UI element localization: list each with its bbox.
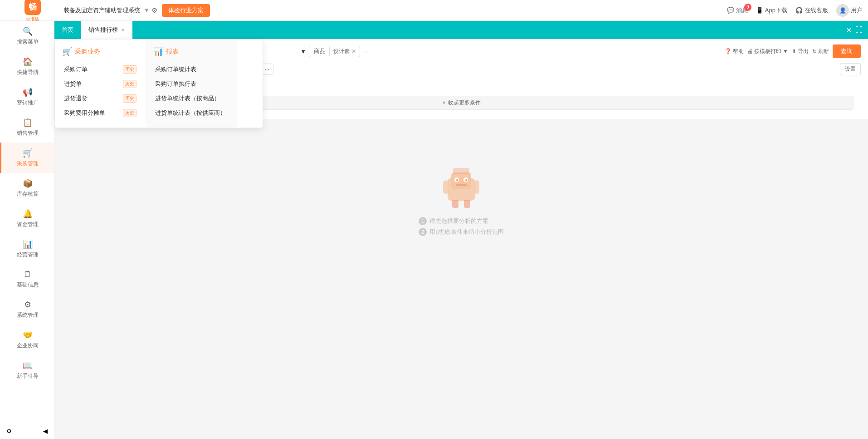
tab-sales-rank-label: 销售排行榜: [88, 26, 118, 34]
empty-step1-icon: 1: [419, 217, 427, 225]
user-label: 用户: [851, 6, 863, 15]
app-download-button[interactable]: 📱 App下载: [756, 6, 787, 15]
goods-tag-remove[interactable]: ✕: [351, 48, 356, 54]
sidebar-bottom: ⚙ ◀: [0, 423, 54, 439]
menu-item-incoming-stats-goods[interactable]: 进货单统计表（按商品）: [153, 91, 229, 106]
headset-icon: 🎧: [795, 7, 803, 14]
sidebar-item-marketing[interactable]: 📢 营销推广: [0, 82, 54, 112]
marketing-icon: 📢: [23, 87, 33, 97]
svg-point-5: [465, 179, 467, 181]
sidebar-item-finance[interactable]: 🔔 资金管理: [0, 203, 54, 234]
settings-btn[interactable]: 设置: [840, 63, 861, 75]
query-button[interactable]: 查询: [833, 44, 861, 58]
basic-info-icon: 🗒: [24, 270, 32, 279]
empty-step2-icon: 2: [419, 228, 427, 236]
print-icon: 🖨: [747, 48, 753, 54]
sidebar-item-newbie[interactable]: 📖 新手引导: [0, 355, 54, 385]
hist-badge: 历史: [123, 80, 137, 88]
hist-badge: 历史: [123, 109, 137, 117]
collapse-label: 收起更多条件: [448, 99, 481, 106]
sidebar-item-sales[interactable]: 📋 销售管理: [0, 112, 54, 143]
export-button[interactable]: ⬆ 导出: [792, 48, 809, 55]
settings-icon[interactable]: ⚙: [151, 6, 157, 15]
goods-label: 商品: [314, 47, 326, 55]
menu-item-po-exec[interactable]: 采购订单执行表: [153, 77, 229, 91]
message-button[interactable]: 💬 消息 9: [727, 6, 748, 15]
purchase-business-title: 采购业务: [75, 48, 100, 56]
empty-line1: 请先选择要分析的方案: [429, 217, 488, 225]
sidebar-item-label: 销售管理: [17, 129, 39, 137]
enterprise-icon: 🤝: [23, 330, 33, 340]
menu-item-purchase-order[interactable]: 采购订单 历史: [62, 62, 138, 77]
goods-more-icon[interactable]: ···: [364, 48, 369, 55]
purchase-business-icon: 🛒: [62, 47, 72, 57]
toolbar-right: ❓ 帮助 🖨 按模板打印 ▼ ⬆ 导出 ↻: [725, 44, 861, 58]
menu-item-incoming[interactable]: 进货单 历史: [62, 77, 138, 91]
system-title-arrow[interactable]: ▼: [144, 7, 150, 14]
sidebar-item-label: 企业协同: [17, 342, 39, 350]
online-service-button[interactable]: 🎧 在线客服: [795, 6, 828, 15]
menu-item-label: 采购订单: [64, 65, 88, 74]
purchase-report-section: 📊 报表 采购订单统计表 采购订单执行表 进货单统计表（按商品） 进货单统计表（…: [146, 39, 237, 128]
menu-item-purchase-expense[interactable]: 采购费用分摊单 历史: [62, 106, 138, 120]
menu-item-incoming-stats-supplier[interactable]: 进货单统计表（按供应商）: [153, 106, 229, 120]
menu-item-label: 采购费用分摊单: [64, 109, 105, 117]
menu-item-label: 进货退货: [64, 94, 88, 103]
menu-item-po-stats[interactable]: 采购订单统计表: [153, 62, 229, 77]
message-badge: 9: [744, 4, 751, 11]
user-button[interactable]: 👤 用户: [836, 4, 863, 17]
tab-close-all-icon[interactable]: ✕: [846, 26, 852, 35]
refresh-icon: ↻: [812, 48, 817, 54]
sidebar-settings-icon[interactable]: ⚙: [6, 428, 12, 434]
sidebar-item-enterprise[interactable]: 🤝 企业协同: [0, 325, 54, 355]
sidebar-item-label: 经营管理: [17, 251, 39, 259]
home-icon: 🏠: [23, 57, 33, 67]
tab-home-label: 首页: [62, 26, 73, 34]
tab-bar: 首页 销售排行榜 ✕ ✕ ⛶: [54, 21, 868, 39]
newbie-icon: 📖: [23, 360, 33, 370]
salesman-ellipsis-icon: ···: [264, 66, 269, 73]
tab-close-icon[interactable]: ✕: [121, 27, 125, 33]
sidebar-item-label: 新手引导: [17, 372, 39, 380]
phone-icon: 📱: [756, 7, 763, 14]
sidebar-item-label: 资金管理: [17, 221, 39, 228]
sales-icon: 📋: [23, 118, 33, 128]
sidebar-item-label: 搜索菜单: [17, 38, 39, 46]
purchase-icon: 🛒: [23, 148, 33, 158]
sidebar-collapse-icon[interactable]: ◀: [43, 428, 48, 434]
tab-restore-icon[interactable]: ⛶: [855, 26, 863, 34]
trial-button[interactable]: 体验行业方案: [162, 4, 210, 17]
menu-item-label: 采购订单统计表: [155, 65, 196, 74]
menu-item-incoming-return[interactable]: 进货退货 历史: [62, 91, 138, 106]
sidebar-item-inventory[interactable]: 📦 库存核算: [0, 173, 54, 203]
sidebar-item-purchase[interactable]: 🛒 采购管理: [0, 143, 54, 173]
svg-rect-11: [453, 168, 469, 174]
hist-badge: 历史: [123, 94, 137, 103]
sidebar-item-basic-info[interactable]: 🗒 基础信息: [0, 264, 54, 294]
tab-sales-rank[interactable]: 销售排行榜 ✕: [81, 21, 132, 39]
sidebar-item-label: 快捷导航: [17, 69, 39, 76]
svg-point-4: [456, 179, 458, 181]
sidebar-item-search[interactable]: 🔍 搜索菜单: [0, 21, 54, 51]
svg-rect-10: [464, 200, 470, 208]
goods-tag-text: 设计素: [333, 48, 350, 55]
print-arrow-icon: ▼: [783, 48, 788, 54]
purchase-report-header: 📊 报表: [153, 47, 229, 57]
system-title-text: 装备及固定资产辅助管理系统: [63, 6, 140, 15]
print-button[interactable]: 🖨 按模板打印 ▼: [747, 48, 788, 55]
sidebar-item-system[interactable]: ⚙ 系统管理: [0, 294, 54, 325]
search-icon: 🔍: [23, 26, 33, 36]
sidebar-item-operation[interactable]: 📊 经营管理: [0, 234, 54, 264]
hist-badge: 历史: [123, 65, 137, 74]
svg-rect-8: [474, 180, 479, 194]
refresh-button[interactable]: ↻ 刷新: [812, 48, 829, 55]
sidebar-item-quick[interactable]: 🏠 快捷导航: [0, 51, 54, 82]
finance-icon: 🔔: [23, 209, 33, 219]
sidebar: 🔍 搜索菜单 🏠 快捷导航 📢 营销推广 📋 销售管理 🛒 采购管理 📦 库存核…: [0, 21, 54, 439]
empty-line2: 用[过滤]条件来缩小分析范围: [429, 228, 503, 236]
logo-text: 标准版: [26, 16, 39, 22]
tab-home[interactable]: 首页: [54, 21, 81, 39]
help-button[interactable]: ❓ 帮助: [725, 48, 744, 55]
empty-state: 1 请先选择要分析的方案 2 用[过滤]条件来缩小分析范围: [54, 119, 868, 272]
svg-rect-6: [456, 184, 467, 186]
